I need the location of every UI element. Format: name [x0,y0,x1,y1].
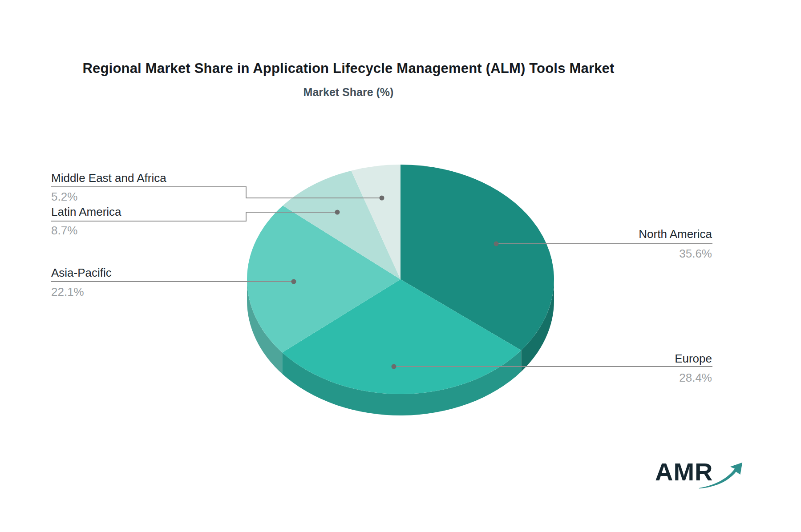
leader-dot-latin-america [335,210,340,215]
leader-dot-north-america [494,242,499,246]
callout-value-north-america: 35.6% [525,247,712,261]
callout-value-latin-america: 8.7% [51,224,77,238]
leader-dot-asia-pacific [291,279,296,284]
callout-label-asia-pacific: Asia-Pacific [51,266,112,280]
chart-canvas: Regional Market Share in Application Lif… [0,0,801,532]
callout-value-middle-east-and-africa: 5.2% [51,190,77,204]
callout-label-middle-east-and-africa: Middle East and Africa [51,171,166,185]
callout-label-latin-america: Latin America [51,205,121,219]
callout-label-europe: Europe [525,352,712,366]
leader-dot-middle-east-and-africa [380,196,384,201]
callout-label-north-america: North America [525,227,712,241]
callout-value-asia-pacific: 22.1% [51,285,84,299]
leader-dot-europe [392,364,396,369]
pie-chart [0,0,801,532]
logo-arrow-icon [698,462,744,489]
amr-logo: AMR [655,457,744,493]
callout-value-europe: 28.4% [525,371,712,385]
